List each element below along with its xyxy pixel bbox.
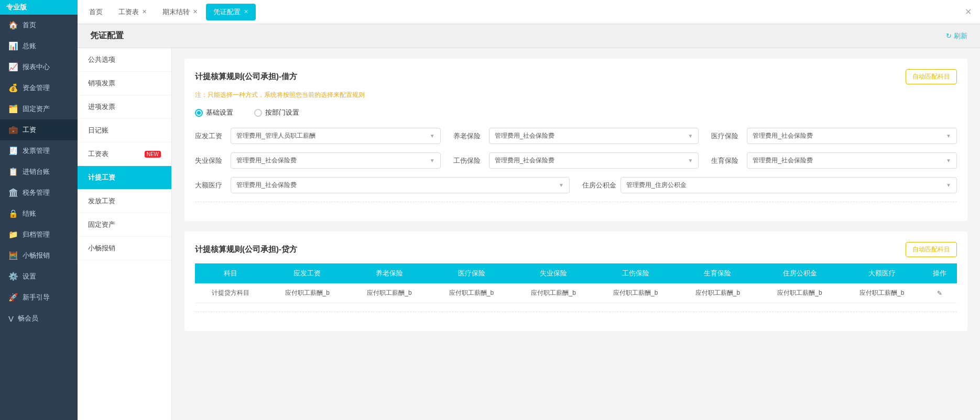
global-close-button[interactable]: ✕ (961, 5, 976, 19)
sidebar-label-newbie: 新手引导 (23, 293, 50, 302)
left-nav-label-sales-invoice: 销项发票 (88, 79, 115, 88)
field-daeyiliao: 大额医疗 管理费用_社会保险费 ▼ (195, 177, 570, 193)
main-panel: 计提核算规则(公司承担)-借方 自动匹配科目 注：只能选择一种方式，系统将按照您… (172, 48, 980, 420)
sidebar-icon-assets: 🗂️ (8, 104, 18, 114)
chevron-icon: ▼ (946, 133, 951, 139)
refresh-button[interactable]: ↻ 刷新 (946, 31, 967, 41)
left-nav-item-salary-table[interactable]: 工资表NEW (78, 142, 171, 166)
credit-section: 计提核算规则(公司承担)-贷方 自动匹配科目 科目 应发工资 养老保险 医疗保险… (184, 231, 967, 331)
left-nav-label-jiti-salary: 计提工资 (88, 173, 115, 182)
page-title: 凭证配置 (90, 30, 124, 41)
chevron-icon: ▼ (688, 158, 693, 163)
tab-close-period-close[interactable]: ✕ (193, 8, 198, 15)
sidebar-item-settings[interactable]: ⚙️设置 (0, 266, 78, 287)
left-nav-label-issue-salary: 发放工资 (88, 196, 115, 206)
sidebar-item-funds[interactable]: 💰资金管理 (0, 78, 78, 98)
select-gongjijin[interactable]: 管理费用_住房公积金 ▼ (620, 177, 957, 193)
select-shiye[interactable]: 管理费用_社会保险费 ▼ (231, 152, 441, 169)
tab-close-voucher-config[interactable]: ✕ (244, 8, 248, 15)
left-nav-item-purchase-invoice[interactable]: 进项发票 (78, 95, 171, 119)
label-yingfa: 应发工资 (195, 131, 226, 141)
th-yanglao: 养老保险 (349, 263, 431, 283)
field-gongjijin: 住房公积金 管理费用_住房公积金 ▼ (582, 177, 957, 193)
sidebar-icon-archive: 📁 (8, 230, 18, 239)
radio-dept-setting[interactable]: 按部门设置 (254, 108, 299, 117)
debit-form-row1: 应发工资 管理费用_管理人员职工薪酬 ▼ 养老保险 管理费用_社会保险费 ▼ (195, 128, 957, 144)
debit-notice: 注：只能选择一种方式，系统将按照您当前的选择来配置规则 (195, 91, 957, 100)
sidebar-item-newbie[interactable]: 🚀新手引导 (0, 287, 78, 308)
select-yingfa[interactable]: 管理费用_管理人员职工薪酬 ▼ (231, 128, 441, 144)
tab-label-salary-table: 工资表 (118, 7, 139, 17)
left-nav-item-jiti-salary[interactable]: 计提工资 (78, 166, 171, 190)
sidebar-icon-close: 🔒 (8, 209, 18, 218)
radio-basic-setting[interactable]: 基础设置 (195, 108, 233, 117)
field-yingfa-gongzi: 应发工资 管理费用_管理人员职工薪酬 ▼ (195, 128, 441, 144)
select-gongshang[interactable]: 管理费用_社会保险费 ▼ (489, 152, 699, 169)
select-shiye-value: 管理费用_社会保险费 (236, 156, 297, 165)
td-shiye: 应付职工薪酬_b (513, 283, 595, 303)
sidebar-item-salary[interactable]: 💼工资 (0, 119, 78, 140)
sidebar-item-inout[interactable]: 📋进销台账 (0, 161, 78, 182)
left-nav-label-fixed-assets: 固定资产 (88, 220, 115, 229)
select-yanglao[interactable]: 管理费用_社会保险费 ▼ (489, 128, 699, 144)
tab-close-salary-table[interactable]: ✕ (142, 8, 147, 15)
select-shengyu[interactable]: 管理费用_社会保险费 ▼ (747, 152, 957, 169)
sidebar-item-ledger[interactable]: 📊总账 (0, 36, 78, 57)
left-nav-item-fixed-assets[interactable]: 固定资产 (78, 213, 171, 237)
sidebar-icon-tax: 🏛️ (8, 188, 18, 197)
td-shengyu: 应付职工薪酬_b (677, 283, 759, 303)
label-gongshang: 工伤保险 (453, 156, 485, 165)
td-yingfa: 应付职工薪酬_b (266, 283, 349, 303)
left-nav-item-journal[interactable]: 日记账 (78, 119, 171, 142)
credit-auto-match-button[interactable]: 自动匹配科目 (906, 242, 957, 257)
select-yiliao[interactable]: 管理费用_社会保险费 ▼ (747, 128, 957, 144)
th-action: 操作 (923, 263, 957, 283)
left-nav-item-sales-invoice[interactable]: 销项发票 (78, 72, 171, 95)
sidebar-item-member[interactable]: V畅会员 (0, 308, 78, 329)
label-gongjijin: 住房公积金 (582, 181, 616, 190)
refresh-icon: ↻ (946, 32, 952, 40)
tab-label-voucher-config: 凭证配置 (213, 7, 241, 17)
edit-icon[interactable]: ✎ (937, 290, 942, 297)
sidebar-label-archive: 归档管理 (23, 230, 50, 239)
sidebar-item-close[interactable]: 🔒结账 (0, 203, 78, 224)
tab-home[interactable]: 首页 (82, 4, 110, 20)
left-nav-label-journal: 日记账 (88, 126, 108, 135)
debit-section: 计提核算规则(公司承担)-借方 自动匹配科目 注：只能选择一种方式，系统将按照您… (184, 59, 967, 221)
sidebar-icon-reports: 📈 (8, 62, 18, 72)
th-yingfa: 应发工资 (266, 263, 349, 283)
field-yanglao: 养老保险 管理费用_社会保险费 ▼ (453, 128, 699, 144)
sidebar-item-xiaochang[interactable]: 🧮小畅报销 (0, 245, 78, 266)
sidebar-label-funds: 资金管理 (23, 83, 50, 93)
sidebar-item-assets[interactable]: 🗂️固定资产 (0, 98, 78, 119)
left-nav-item-public[interactable]: 公共选项 (78, 48, 171, 72)
left-nav-label-purchase-invoice: 进项发票 (88, 102, 115, 112)
td-gongshang: 应付职工薪酬_b (594, 283, 677, 303)
sidebar-icon-newbie: 🚀 (8, 293, 18, 302)
select-daeyiliao[interactable]: 管理费用_社会保险费 ▼ (231, 177, 570, 193)
left-nav-item-issue-salary[interactable]: 发放工资 (78, 190, 171, 213)
main-area: 首页工资表✕期末结转✕凭证配置✕ ✕ 凭证配置 ↻ 刷新 公共选项销项发票进项发… (78, 0, 980, 420)
label-yiliao: 医疗保险 (711, 131, 743, 141)
tab-voucher-config[interactable]: 凭证配置✕ (206, 4, 256, 20)
select-gongshang-value: 管理费用_社会保险费 (495, 156, 555, 165)
sidebar-icon-member: V (8, 314, 14, 323)
debit-auto-match-button[interactable]: 自动匹配科目 (906, 69, 957, 84)
sidebar-item-reports[interactable]: 📈报表中心 (0, 57, 78, 78)
select-gongjijin-value: 管理费用_住房公积金 (626, 181, 687, 190)
td-action[interactable]: ✎ (923, 283, 957, 303)
sidebar-item-tax[interactable]: 🏛️税务管理 (0, 182, 78, 203)
credit-table: 科目 应发工资 养老保险 医疗保险 失业保险 工伤保险 生育保险 住房公积金 大… (195, 263, 957, 303)
tab-salary-table[interactable]: 工资表✕ (111, 4, 154, 20)
sidebar-item-archive[interactable]: 📁归档管理 (0, 224, 78, 245)
left-nav-item-xiaochang-expense[interactable]: 小畅报销 (78, 237, 171, 260)
credit-section-title: 计提核算规则(公司承担)-贷方 (195, 245, 297, 255)
sidebar-item-invoice[interactable]: 🧾发票管理 (0, 140, 78, 161)
tab-period-close[interactable]: 期末结转✕ (155, 4, 205, 20)
tabs-bar: 首页工资表✕期末结转✕凭证配置✕ ✕ (78, 0, 980, 24)
td-yiliao: 应付职工薪酬_b (430, 283, 513, 303)
sidebar-item-home[interactable]: 🏠首页 (0, 15, 78, 36)
sidebar-label-member: 畅会员 (18, 314, 38, 323)
chevron-icon: ▼ (688, 133, 693, 139)
radio-dept-circle (254, 109, 262, 117)
